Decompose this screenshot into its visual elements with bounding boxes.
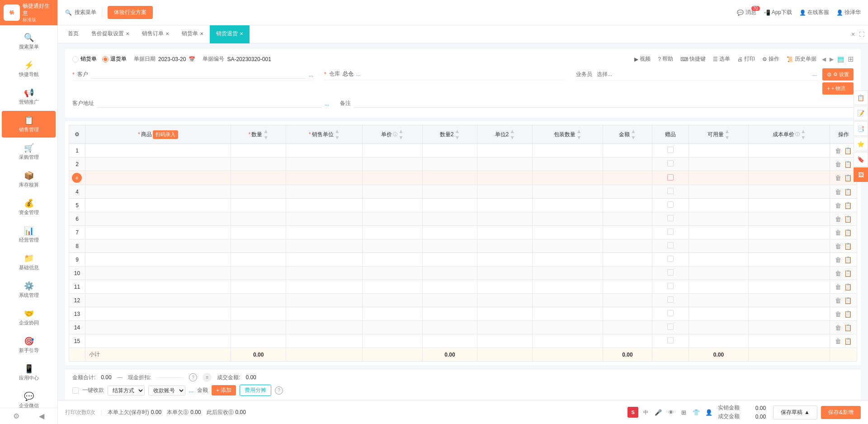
customer-dots[interactable]: ... bbox=[309, 71, 313, 78]
delete-row-btn[interactable]: 🗑 bbox=[835, 188, 841, 195]
staff-dots[interactable]: ... bbox=[812, 71, 817, 77]
sidebar-item-operations[interactable]: 📊 经营管理 bbox=[2, 221, 56, 248]
view-table-icon[interactable]: ▤ bbox=[837, 55, 844, 63]
copy-row-btn[interactable]: 📋 bbox=[844, 188, 852, 195]
tab-home[interactable]: 首页 bbox=[61, 25, 85, 43]
delete-row-btn[interactable]: 🗑 bbox=[835, 297, 841, 304]
copy-row-btn[interactable]: 📋 bbox=[844, 338, 852, 345]
tool-shirt-icon[interactable]: 👕 bbox=[691, 407, 702, 418]
tool-s-icon[interactable]: S bbox=[627, 407, 638, 418]
logistics-btn[interactable]: + + 物流 bbox=[822, 82, 854, 95]
gift-checkbox[interactable] bbox=[667, 201, 674, 208]
delete-row-btn[interactable]: 🗑 bbox=[835, 229, 841, 236]
right-panel-btn-6[interactable]: 🖼 bbox=[854, 167, 868, 182]
right-panel-btn-5[interactable]: 🔖 bbox=[854, 152, 868, 167]
unit-cell[interactable] bbox=[286, 144, 363, 157]
gift-checkbox[interactable] bbox=[667, 269, 674, 276]
copy-row-btn[interactable]: 📋 bbox=[844, 283, 852, 291]
video-btn[interactable]: ▶ 视频 bbox=[632, 54, 652, 64]
remark-input[interactable] bbox=[354, 99, 854, 108]
copy-row-btn[interactable]: 📋 bbox=[844, 297, 852, 304]
account-dots[interactable]: ... bbox=[189, 387, 193, 394]
view-grid-icon[interactable]: ⊞ bbox=[848, 55, 854, 63]
tool-eye-icon[interactable]: 👁 bbox=[665, 407, 676, 418]
topbar-search[interactable]: 🔍 搜索菜单 bbox=[65, 9, 96, 16]
settle-select[interactable]: 结算方式 bbox=[108, 386, 145, 395]
sidebar-item-shortcut[interactable]: ⚡ 快捷导航 bbox=[2, 56, 56, 82]
sidebar-item-marketing[interactable]: 📢 营销推广 bbox=[2, 83, 56, 110]
prev-history-icon[interactable]: ◀ bbox=[822, 56, 826, 62]
help-btn[interactable]: ? 帮助 bbox=[656, 54, 675, 64]
scan-entry-btn[interactable]: 扫码录入 bbox=[153, 130, 178, 139]
copy-row-btn[interactable]: 📋 bbox=[844, 324, 852, 331]
print-btn[interactable]: 🖨 打印 bbox=[736, 54, 757, 64]
gift-checkbox[interactable] bbox=[667, 215, 674, 221]
gift-checkbox[interactable] bbox=[667, 160, 674, 167]
operate-btn[interactable]: ⚙ 操作 bbox=[760, 54, 781, 64]
scan-button[interactable]: 扫码录入 bbox=[153, 130, 178, 139]
radio-return[interactable]: 退货单 bbox=[102, 55, 127, 63]
gift-checkbox[interactable] bbox=[667, 256, 674, 262]
tool-person-icon[interactable]: 👤 bbox=[703, 407, 714, 418]
copy-row-btn[interactable]: 📋 bbox=[844, 310, 852, 318]
warehouse-dots[interactable]: ... bbox=[356, 71, 361, 77]
tool-table-icon[interactable]: ⊞ bbox=[678, 407, 689, 418]
collapse-icon[interactable]: ◀ bbox=[39, 412, 44, 420]
save-new-btn[interactable]: 保存&新增 bbox=[821, 406, 861, 419]
tool-mic-icon[interactable]: 🎤 bbox=[653, 407, 664, 418]
delete-row-btn[interactable]: 🗑 bbox=[835, 161, 841, 168]
tab-sales-order[interactable]: 销售订单 ✕ bbox=[136, 25, 175, 43]
staff-input[interactable] bbox=[595, 70, 810, 78]
sidebar-item-sales[interactable]: 📋 销售管理 bbox=[2, 111, 56, 138]
tool-zh-icon[interactable]: 中 bbox=[640, 407, 651, 418]
gift-checkbox[interactable] bbox=[667, 147, 674, 153]
tab-sales-delivery[interactable]: 销货单 ✕ bbox=[175, 25, 210, 43]
delete-row-btn[interactable]: 🗑 bbox=[835, 243, 841, 250]
sidebar-item-wechat[interactable]: 💬 企业微信 bbox=[2, 387, 56, 408]
copy-row-btn[interactable]: 📋 bbox=[844, 147, 852, 154]
gift-checkbox[interactable] bbox=[667, 188, 674, 194]
fee-help-icon[interactable]: ? bbox=[275, 386, 283, 395]
gift-checkbox[interactable] bbox=[667, 310, 674, 316]
payment-checkbox[interactable] bbox=[72, 387, 79, 394]
price-cell[interactable] bbox=[363, 144, 422, 157]
copy-row-btn[interactable]: 📋 bbox=[844, 215, 852, 223]
user-profile[interactable]: 👤 徐泽华 bbox=[836, 9, 861, 16]
gift-checkbox[interactable] bbox=[667, 296, 674, 303]
cost-cell[interactable] bbox=[749, 144, 830, 157]
col-gear[interactable]: ⚙ bbox=[69, 125, 85, 144]
delete-row-btn[interactable]: 🗑 bbox=[835, 147, 841, 154]
tab-sales-return[interactable]: 销货退货 ✕ bbox=[210, 25, 250, 43]
delete-row-btn[interactable]: 🗑 bbox=[835, 174, 841, 181]
close-price-settings[interactable]: ✕ bbox=[126, 31, 129, 36]
close-sales-return[interactable]: ✕ bbox=[240, 31, 243, 36]
sidebar-item-finance[interactable]: 💰 资金管理 bbox=[2, 194, 56, 220]
settings-bottom-icon[interactable]: ⚙ bbox=[13, 412, 19, 420]
sidebar-item-inventory[interactable]: 📦 库存核算 bbox=[2, 166, 56, 193]
fee-split-btn[interactable]: 费用分摊 bbox=[240, 385, 271, 396]
product-cell[interactable] bbox=[85, 144, 231, 157]
close-sales-delivery[interactable]: ✕ bbox=[200, 31, 203, 36]
settings-side-btn[interactable]: ⚙ ⚙ 设置 bbox=[822, 68, 854, 81]
sidebar-item-search[interactable]: 🔍 搜索菜单 bbox=[2, 28, 56, 55]
delete-row-btn[interactable]: 🗑 bbox=[835, 324, 841, 331]
product-input[interactable] bbox=[88, 148, 228, 154]
equals-icon[interactable]: = bbox=[203, 373, 212, 382]
right-panel-btn-2[interactable]: 📝 bbox=[854, 106, 868, 120]
qty-cell[interactable] bbox=[231, 144, 286, 157]
address-dots[interactable]: ... bbox=[325, 100, 329, 107]
amount-cell[interactable] bbox=[603, 144, 652, 157]
next-history-icon[interactable]: ▶ bbox=[830, 56, 834, 62]
address-input[interactable] bbox=[97, 99, 322, 108]
gift-checkbox[interactable] bbox=[667, 242, 674, 248]
app-download-btn[interactable]: 📲 App下载 bbox=[764, 9, 792, 16]
qty2-cell[interactable] bbox=[422, 144, 477, 157]
gift-checkbox[interactable] bbox=[667, 337, 674, 343]
expand-tab-icon[interactable]: ⛶ bbox=[859, 31, 864, 38]
delete-row-btn[interactable]: 🗑 bbox=[835, 256, 841, 263]
copy-row-btn[interactable]: 📋 bbox=[844, 161, 852, 168]
copy-row-btn[interactable]: 📋 bbox=[844, 270, 852, 277]
available-cell[interactable] bbox=[689, 144, 748, 157]
customer-input[interactable] bbox=[91, 70, 306, 79]
calendar-icon[interactable]: 📅 bbox=[189, 56, 195, 62]
